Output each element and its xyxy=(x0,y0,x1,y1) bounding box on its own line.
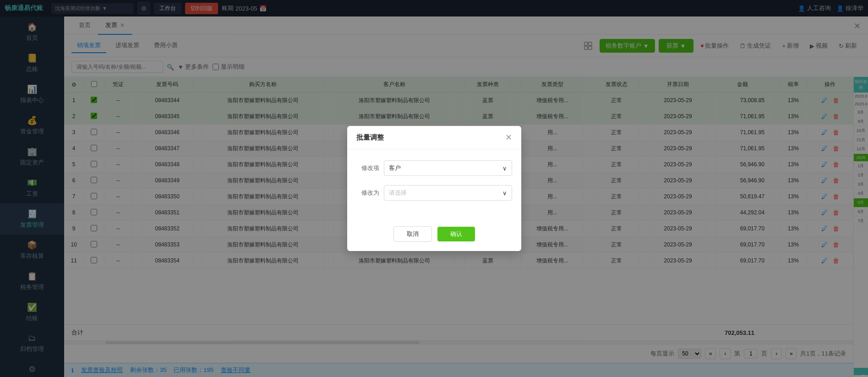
confirm-button[interactable]: 确认 xyxy=(437,227,475,241)
modal-title: 批量调整 xyxy=(356,133,384,142)
modal-header: 批量调整 ✕ xyxy=(347,126,521,149)
cancel-button[interactable]: 取消 xyxy=(393,226,432,242)
field-label: 修改项 xyxy=(356,164,379,172)
value-select[interactable]: 请选择 ∨ xyxy=(384,185,512,201)
modal-close-btn[interactable]: ✕ xyxy=(505,132,512,142)
modal-footer: 取消 确认 xyxy=(347,221,521,251)
value-label: 修改为 xyxy=(356,189,379,197)
batch-adjust-modal: 批量调整 ✕ 修改项 客户 ∨ 修改为 请选择 ∨ 取消 确认 xyxy=(347,126,521,251)
field-select[interactable]: 客户 ∨ xyxy=(384,160,512,176)
value-row: 修改为 请选择 ∨ xyxy=(356,185,512,201)
modal-body: 修改项 客户 ∨ 修改为 请选择 ∨ xyxy=(347,149,521,221)
modal-overlay: 批量调整 ✕ 修改项 客户 ∨ 修改为 请选择 ∨ 取消 确认 xyxy=(0,0,868,377)
field-row: 修改项 客户 ∨ xyxy=(356,160,512,176)
